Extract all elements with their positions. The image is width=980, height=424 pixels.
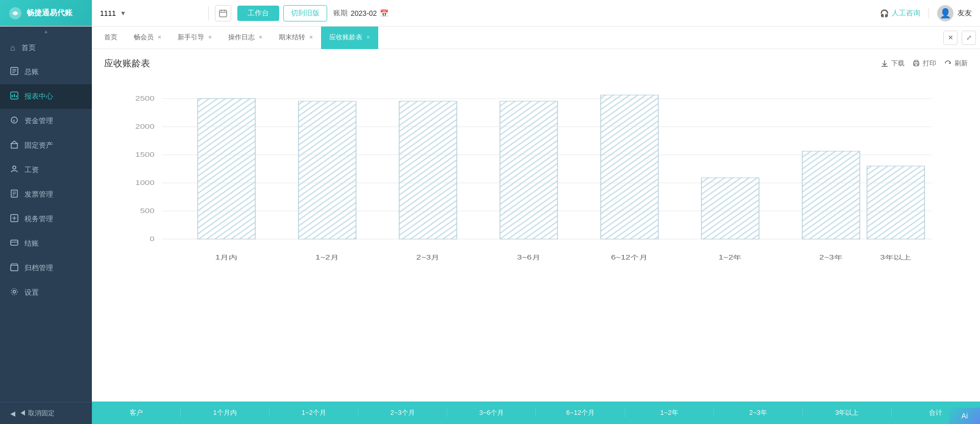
svg-rect-31 bbox=[915, 64, 918, 66]
table-col-3-6m: 3~6个月 bbox=[447, 408, 536, 417]
user-name: 友友 bbox=[958, 9, 972, 18]
archive-icon bbox=[10, 263, 18, 273]
headset-icon: 🎧 bbox=[880, 9, 889, 17]
print-icon bbox=[913, 60, 920, 67]
tab-period-end[interactable]: 期末结转 × bbox=[271, 27, 321, 49]
svg-rect-1 bbox=[219, 10, 227, 17]
table-col-2-3y: 2~3年 bbox=[714, 408, 803, 417]
table-col-customer: 客户 bbox=[92, 408, 181, 417]
logo-text: 畅捷通易代账 bbox=[27, 8, 72, 18]
table-header: 客户 1个月内 1~2个月 2~3个月 3~6个月 6~12个月 1~2年 2~… bbox=[92, 402, 980, 424]
tab-ar-aging-label: 应收账龄表 bbox=[329, 33, 362, 42]
tab-operation-log[interactable]: 操作日志 × bbox=[220, 27, 271, 49]
svg-rect-15 bbox=[11, 144, 17, 148]
period-calendar-icon[interactable]: 📅 bbox=[380, 9, 388, 17]
sidebar-item-home[interactable]: ⌂ 首页 bbox=[0, 36, 92, 60]
consulting-button[interactable]: 🎧 人工咨询 bbox=[880, 9, 920, 18]
sidebar-label-invoice-management: 发票管理 bbox=[24, 190, 53, 199]
print-button[interactable]: 打印 bbox=[913, 59, 936, 68]
sidebar-item-invoice-management[interactable]: 发票管理 bbox=[0, 182, 92, 207]
maximize-button[interactable]: ⤢ bbox=[962, 31, 976, 45]
svg-text:2500: 2500 bbox=[135, 95, 155, 102]
tab-guide-close[interactable]: × bbox=[208, 34, 212, 41]
tab-home[interactable]: 首页 bbox=[96, 27, 126, 49]
sidebar-item-report-center[interactable]: 报表中心 bbox=[0, 84, 92, 109]
sidebar-label-fixed-assets: 固定资产 bbox=[24, 141, 53, 150]
sidebar-item-fixed-assets[interactable]: 固定资产 bbox=[0, 133, 92, 158]
tab-ar-aging[interactable]: 应收账龄表 × bbox=[321, 27, 378, 49]
download-label: 下载 bbox=[891, 59, 904, 68]
period-label: 账期 bbox=[333, 9, 348, 18]
ledger-icon bbox=[10, 67, 18, 77]
svg-rect-49 bbox=[399, 101, 457, 239]
svg-text:1~2年: 1~2年 bbox=[719, 254, 742, 261]
consulting-label: 人工咨询 bbox=[892, 9, 920, 18]
switch-version-button[interactable]: 切到旧版 bbox=[283, 5, 327, 21]
sidebar-item-checkout[interactable]: 结账 bbox=[0, 231, 92, 256]
sidebar-label-report-center: 报表中心 bbox=[24, 92, 53, 101]
download-icon bbox=[881, 60, 888, 67]
download-button[interactable]: 下载 bbox=[881, 59, 904, 68]
tab-vip[interactable]: 畅会员 × bbox=[126, 27, 169, 49]
table-col-6-12m: 6~12个月 bbox=[536, 408, 625, 417]
svg-point-16 bbox=[13, 166, 16, 169]
tax-icon bbox=[10, 214, 18, 224]
svg-rect-26 bbox=[11, 265, 18, 271]
workspace-button[interactable]: 工作台 bbox=[237, 6, 279, 21]
scroll-up-indicator: ▲ bbox=[0, 27, 92, 36]
close-all-button[interactable]: ✕ bbox=[943, 31, 958, 45]
logo-icon bbox=[8, 6, 22, 20]
tab-vip-close[interactable]: × bbox=[158, 34, 161, 41]
sidebar-label-home: 首页 bbox=[21, 43, 36, 53]
ai-float-button[interactable]: Ai bbox=[949, 408, 980, 424]
invoice-icon bbox=[10, 190, 18, 200]
tab-ar-aging-close[interactable]: × bbox=[366, 34, 370, 41]
sidebar-label-fund-management: 资金管理 bbox=[24, 116, 53, 126]
svg-text:0: 0 bbox=[150, 235, 154, 242]
report-icon bbox=[10, 91, 18, 102]
table-col-1-2m: 1~2个月 bbox=[270, 408, 358, 417]
sidebar-toggle-footer[interactable]: ◀ ◀ 取消固定 bbox=[0, 402, 92, 424]
divider-1 bbox=[208, 6, 209, 20]
table-col-3y-plus: 3年以上 bbox=[803, 408, 892, 417]
svg-text:3~6月: 3~6月 bbox=[517, 254, 541, 261]
tab-bar: 首页 畅会员 × 新手引导 × 操作日志 × 期末结转 × 应收账龄表 × bbox=[92, 27, 980, 49]
calendar-button[interactable] bbox=[215, 5, 231, 21]
sidebar-item-tax-management[interactable]: 税务管理 bbox=[0, 207, 92, 231]
refresh-label: 刷新 bbox=[954, 59, 968, 68]
tab-period-end-close[interactable]: × bbox=[309, 34, 313, 41]
header-divider bbox=[928, 8, 929, 18]
top-header: 畅捷通易代账 1111 ▼ 工作台 切到旧版 账期 2023-02 📅 🎧 人工… bbox=[0, 0, 980, 27]
company-name: 1111 bbox=[100, 9, 116, 17]
calendar-icon bbox=[219, 9, 227, 17]
svg-text:1000: 1000 bbox=[135, 179, 155, 186]
sidebar-item-general-ledger[interactable]: 总账 bbox=[0, 60, 92, 84]
sidebar-label-general-ledger: 总账 bbox=[24, 67, 39, 77]
sidebar-label-tax-management: 税务管理 bbox=[24, 215, 53, 224]
sidebar-item-settings[interactable]: 设置 bbox=[0, 280, 92, 305]
svg-point-27 bbox=[13, 291, 16, 293]
svg-text:1月内: 1月内 bbox=[215, 254, 238, 261]
home-icon: ⌂ bbox=[10, 43, 15, 53]
sidebar-item-fund-management[interactable]: ¥ 资金管理 bbox=[0, 109, 92, 133]
table-col-1m: 1个月内 bbox=[181, 408, 270, 417]
pin-icon: ◀ bbox=[10, 410, 15, 417]
sidebar: ▲ ⌂ 首页 总账 报表中心 ¥ 资金管理 固定资产 bbox=[0, 27, 92, 424]
user-area[interactable]: 👤 友友 bbox=[937, 5, 972, 21]
header-right: 🎧 人工咨询 👤 友友 bbox=[880, 5, 972, 21]
checkout-icon bbox=[10, 239, 18, 249]
chart-container: 0 500 1000 1500 2000 2500 bbox=[92, 76, 980, 402]
company-dropdown-button[interactable]: ▼ bbox=[120, 10, 126, 17]
sidebar-item-payroll[interactable]: 工资 bbox=[0, 158, 92, 182]
refresh-button[interactable]: 刷新 bbox=[944, 59, 968, 68]
sidebar-label-archive-management: 归档管理 bbox=[24, 264, 53, 273]
svg-text:1500: 1500 bbox=[135, 151, 155, 158]
tab-guide[interactable]: 新手引导 × bbox=[169, 27, 220, 49]
table-col-2-3m: 2~3个月 bbox=[358, 408, 447, 417]
sidebar-label-checkout: 结账 bbox=[24, 239, 39, 248]
svg-point-28 bbox=[11, 289, 17, 295]
sidebar-item-archive-management[interactable]: 归档管理 bbox=[0, 256, 92, 280]
tab-operation-log-close[interactable]: × bbox=[259, 34, 262, 41]
page-header: 应收账龄表 下载 打印 刷新 bbox=[92, 49, 980, 76]
logo-area: 畅捷通易代账 bbox=[0, 0, 92, 26]
